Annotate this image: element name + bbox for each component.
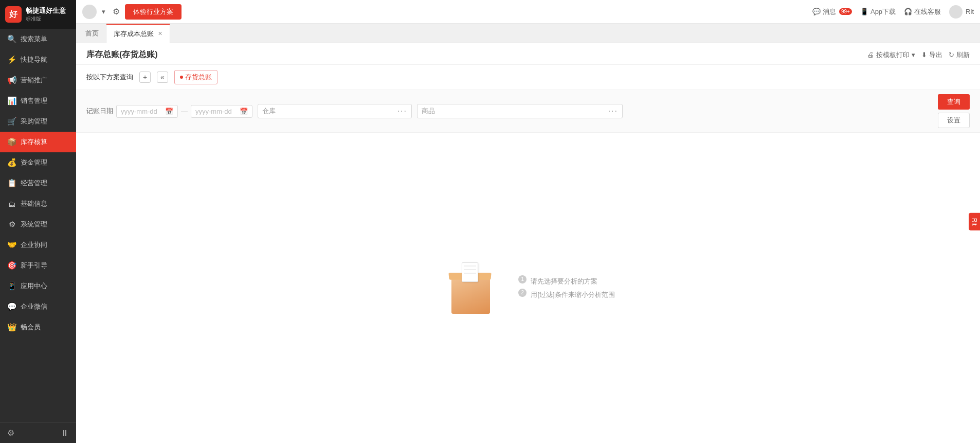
sidebar-item-capital[interactable]: 💰 资金管理 — [0, 152, 76, 173]
tab-home[interactable]: 首页 — [78, 24, 106, 43]
filter-row: 记账日期 yyyy-mm-dd 📅 — yyyy-mm-dd 📅 仓库 ··· … — [76, 90, 980, 133]
sales-label: 销售管理 — [21, 96, 47, 105]
topbar-right: 💬 消息 99+ 📱 App下载 🎧 在线客服 Rit — [812, 5, 974, 19]
system-label: 系统管理 — [21, 220, 47, 229]
step2-num: 2 — [518, 289, 527, 297]
sidebar-item-sales[interactable]: 📊 销售管理 — [0, 91, 76, 111]
collapse-filter-btn[interactable]: « — [157, 72, 168, 83]
sidebar-item-cooperation[interactable]: 🤝 企业协同 — [0, 235, 76, 255]
filter-actions: 查询 设置 — [938, 94, 970, 128]
capital-label: 资金管理 — [21, 158, 47, 167]
topbar: ▾ ⚙ 体验行业方案 💬 消息 99+ 📱 App下载 🎧 在线客服 Rit — [76, 0, 980, 24]
marketing-label: 营销推广 — [21, 76, 47, 85]
sidebar-item-system[interactable]: ⚙ 系统管理 — [0, 214, 76, 235]
date-label: 记账日期 — [86, 107, 113, 116]
print-btn[interactable]: 🖨 按模板打印 ▾ — [867, 50, 915, 60]
logo-text: 畅捷通好生意 标准版 — [26, 6, 66, 23]
tab-bar: 首页 库存成本总账 ✕ — [76, 24, 980, 43]
sales-icon: 📊 — [7, 96, 16, 105]
settings-icon[interactable]: ⚙ — [7, 428, 14, 438]
phone-icon: 📱 — [860, 8, 868, 15]
basic-label: 基础信息 — [21, 199, 47, 208]
messages-btn[interactable]: 💬 消息 99+ — [812, 7, 852, 16]
tab-close-icon[interactable]: ✕ — [158, 30, 162, 37]
sidebar: 好 畅捷通好生意 标准版 🔍 搜索菜单 ⚡ 快捷导航 📢 营销推广 📊 销售管理… — [0, 0, 76, 443]
capital-icon: 💰 — [7, 158, 16, 167]
scheme-item[interactable]: 存货总账 — [174, 70, 217, 84]
marketing-icon: 📢 — [7, 76, 16, 85]
refresh-btn[interactable]: ↻ 刷新 — [949, 50, 970, 60]
user-avatar — [82, 5, 97, 19]
app-download-btn[interactable]: 📱 App下载 — [860, 7, 896, 16]
guide-label: 新手引导 — [21, 261, 47, 270]
system-icon: ⚙ — [7, 220, 16, 229]
user-info[interactable]: Rit — [949, 5, 974, 19]
scheme-label: 存货总账 — [185, 73, 212, 82]
page-header: 库存总账(存货总账) 🖨 按模板打印 ▾ ⬇ 导出 ↻ 刷新 — [76, 43, 980, 65]
cooperation-icon: 🤝 — [7, 240, 16, 250]
sidebar-scroll: 🔍 搜索菜单 ⚡ 快捷导航 📢 营销推广 📊 销售管理 🛒 采购管理 📦 库存核… — [0, 29, 76, 422]
filter-label: 按以下方案查询 — [86, 73, 133, 82]
filter-bar: 按以下方案查询 + « 存货总账 — [76, 65, 980, 90]
warehouse-more-icon: ··· — [397, 107, 407, 116]
sidebar-item-membership[interactable]: 👑 畅会员 — [0, 317, 76, 338]
sidebar-item-shortcuts[interactable]: ⚡ 快捷导航 — [0, 49, 76, 70]
sidebar-item-wechat[interactable]: 💬 企业微信 — [0, 296, 76, 317]
goods-more-icon: ··· — [608, 107, 618, 116]
scheme-dot — [180, 76, 183, 79]
date-end-input[interactable]: yyyy-mm-dd 📅 — [191, 105, 252, 118]
date-input-group: 记账日期 yyyy-mm-dd 📅 — yyyy-mm-dd 📅 — [86, 105, 252, 118]
settings-gear-icon[interactable]: ⚙ — [113, 7, 120, 16]
shortcuts-icon: ⚡ — [7, 55, 16, 64]
audio-icon[interactable]: ⏸ — [61, 429, 69, 438]
user-dropdown[interactable]: ▾ — [102, 8, 105, 15]
operations-icon: 📋 — [7, 179, 16, 188]
message-icon: 💬 — [812, 8, 821, 15]
print-icon: 🖨 — [867, 51, 874, 59]
sidebar-item-basic[interactable]: 🗂 基础信息 — [0, 193, 76, 214]
empty-text: 1 请先选择要分析的方案 2 用[过滤]条件来缩小分析范围 — [518, 275, 614, 302]
apps-label: 应用中心 — [21, 281, 47, 291]
apps-icon: 📱 — [7, 281, 16, 291]
right-panel-tab[interactable]: Rit — [969, 212, 980, 231]
sidebar-item-inventory[interactable]: 📦 库存核算 — [0, 132, 76, 152]
empty-state: 1 请先选择要分析的方案 2 用[过滤]条件来缩小分析范围 — [76, 133, 980, 443]
basic-icon: 🗂 — [7, 200, 16, 208]
membership-label: 畅会员 — [21, 323, 41, 332]
tab-inventory-cost[interactable]: 库存成本总账 ✕ — [106, 24, 170, 43]
sidebar-item-marketing[interactable]: 📢 营销推广 — [0, 70, 76, 91]
query-btn[interactable]: 查询 — [938, 94, 970, 110]
date-start-input[interactable]: yyyy-mm-dd 📅 — [116, 105, 178, 118]
settings-btn[interactable]: 设置 — [938, 113, 970, 128]
export-icon: ⬇ — [921, 51, 927, 59]
warehouse-select[interactable]: 仓库 ··· — [258, 104, 412, 118]
logo-icon: 好 — [5, 6, 22, 23]
add-filter-btn[interactable]: + — [139, 72, 151, 83]
export-btn[interactable]: ⬇ 导出 — [921, 50, 942, 60]
purchase-icon: 🛒 — [7, 117, 16, 126]
goods-select[interactable]: 商品 ··· — [417, 104, 623, 118]
sidebar-item-guide[interactable]: 🎯 新手引导 — [0, 255, 76, 276]
user-name-label: Rit — [966, 8, 974, 15]
search-label: 搜索菜单 — [21, 34, 47, 44]
operations-label: 经营管理 — [21, 179, 47, 188]
online-support-btn[interactable]: 🎧 在线客服 — [904, 7, 941, 16]
trial-btn[interactable]: 体验行业方案 — [125, 4, 182, 20]
sidebar-item-search[interactable]: 🔍 搜索菜单 — [0, 29, 76, 49]
shortcuts-label: 快捷导航 — [21, 55, 47, 64]
calendar-start-icon: 📅 — [165, 108, 173, 115]
page-header-actions: 🖨 按模板打印 ▾ ⬇ 导出 ↻ 刷新 — [867, 50, 970, 60]
box-front — [451, 278, 490, 314]
headset-icon: 🎧 — [904, 8, 912, 15]
dropdown-arrow: ▾ — [102, 8, 105, 15]
empty-illustration — [441, 257, 503, 319]
search-icon: 🔍 — [7, 34, 16, 44]
user-small-avatar — [949, 5, 963, 19]
wechat-label: 企业微信 — [21, 302, 47, 311]
messages-badge: 99+ — [839, 8, 852, 15]
guide-icon: 🎯 — [7, 261, 16, 270]
sidebar-item-apps[interactable]: 📱 应用中心 — [0, 276, 76, 296]
sidebar-item-purchase[interactable]: 🛒 采购管理 — [0, 111, 76, 132]
calendar-end-icon: 📅 — [240, 108, 248, 115]
sidebar-item-operations[interactable]: 📋 经营管理 — [0, 173, 76, 193]
